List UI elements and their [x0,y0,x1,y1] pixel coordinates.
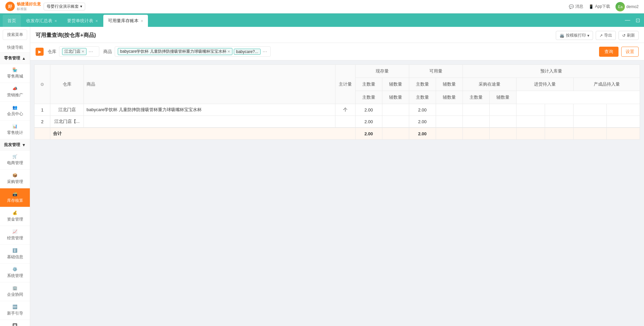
col-header-planned-group: 预计入库量 [463,65,640,78]
row-available-main: 2.00 [409,116,436,128]
sidebar-item-retail-mall[interactable]: 🏪 零售商城 [0,64,30,83]
col-header-available-main: 主数量 [409,78,436,91]
expand-icon: ▶ [38,49,41,54]
goods-filter-tag-1: babycare学饮杯 儿童防摔防撞吸管杯重力球吸嘴杯宝宝水杯 ✕ [118,48,232,55]
sidebar-item-purchase[interactable]: 📦 采购管理 [0,170,30,188]
sidebar-item-system-label: 系统管理 [7,273,23,279]
goods-filter-input[interactable]: babycare学饮杯 儿童防摔防撞吸管杯重力球吸嘴杯宝宝水杯 ✕ babyca… [115,46,271,57]
sidebar-item-finance-label: 资金管理 [7,217,23,222]
message-button[interactable]: 💬 消息 [569,4,583,9]
row-warehouse: 江北门店【... [50,116,84,128]
goods-tag-value-1: babycare学饮杯 儿童防摔防撞吸管杯重力球吸嘴杯宝宝水杯 [120,49,226,54]
tab-orders[interactable]: 要货单统计表 ✕ [62,15,103,27]
sidebar-item-finance[interactable]: 💰 资金管理 [0,207,30,226]
nav-right-buttons: — ⊡ [624,13,641,27]
refresh-button[interactable]: ↺ 刷新 [619,31,639,40]
logo-sub: 标准版 [17,7,41,11]
app-center-icon: 🔲 [12,323,17,326]
footer-available-main: 2.00 [409,128,436,140]
basic-info-icon: ℹ️ [12,248,17,253]
tab-home-label: 首页 [7,18,16,24]
row-import-main [516,104,545,116]
tab-receipts-close[interactable]: ✕ [54,19,57,23]
col-header-import-main: 主数量 [409,91,436,104]
sidebar-item-system-mgmt[interactable]: ⚙️ 系统管理 [0,264,30,282]
tab-orders-close[interactable]: ✕ [95,19,98,23]
col-header-purchase-in-transit: 采购在途量 [463,78,516,91]
ecommerce-icon: 🛒 [12,154,17,159]
col-header-settings[interactable]: ⚙ [35,65,50,104]
warehouse-tag-remove[interactable]: ✕ [82,50,84,53]
app-download-button[interactable]: 📱 App下载 [589,4,610,9]
tab-home[interactable]: 首页 [3,15,21,27]
top-bar-left: 好 畅捷通好生意 标准版 母婴行业演示账套 ▾ [5,2,85,11]
print-icon: 🖨️ [559,33,565,38]
row-unit [335,116,355,128]
warehouse-more-button[interactable]: ··· [88,49,94,55]
sidebar-item-member[interactable]: 👥 会员中心 [0,102,30,121]
query-button[interactable]: 查询 [599,47,619,57]
col-header-import-pending: 进货待入量 [516,78,574,91]
sidebar-item-new-guide[interactable]: 🆕 新手引导 [0,301,30,320]
sidebar-item-retail-stats[interactable]: 📊 零售统计 [0,121,30,139]
row-product-aux [607,116,640,128]
export-icon: ↗ [599,33,603,38]
warehouse-filter-label: 仓库 [48,49,56,55]
warehouse-tag-value: 江北门店 [64,49,80,54]
export-button[interactable]: ↗ 导出 [596,31,616,40]
sidebar-item-enterprise[interactable]: 🏢 企业协同 [0,282,30,301]
chevron-down-icon: ▼ [22,143,26,147]
search-menu-button[interactable]: 搜索菜单 [3,30,27,40]
row-goods: babycare学饮杯 儿童防摔防撞吸管杯重力球吸嘴杯宝宝水杯 [84,104,335,116]
sidebar-item-ecommerce[interactable]: 🛒 电商管理 [0,151,30,170]
col-header-available-aux: 辅数量 [436,78,463,91]
footer-import-aux [545,128,573,140]
nav-minimize-button[interactable]: — [624,17,632,23]
table-settings-gear[interactable]: ⚙ [37,79,47,89]
sidebar-item-basic-info[interactable]: ℹ️ 基础信息 [0,245,30,264]
sidebar-quick-nav[interactable]: 快捷导航 [0,43,30,53]
goods-tag-1-remove[interactable]: ✕ [227,50,230,53]
sidebar-item-wholesale-mgmt[interactable]: 批发管理 ▼ [0,139,30,151]
refresh-icon: ↺ [622,33,626,38]
industry-selector[interactable]: 母婴行业演示账套 ▾ [44,3,85,10]
settings-button[interactable]: 设置 [621,47,639,57]
sidebar-item-new-guide-label: 新手引导 [7,311,23,316]
row-unit: 个 [335,104,355,116]
print-template-button[interactable]: 🖨️ 按模板打印 ▾ [556,31,593,40]
refresh-label: 刷新 [627,33,635,38]
tab-receipts[interactable]: 收发存汇总表 ✕ [21,15,62,27]
search-menu-label: 搜索菜单 [7,32,23,37]
goods-more-button[interactable]: ··· [262,49,268,55]
row-index: 2 [35,116,50,128]
row-purchase-main [463,116,489,128]
row-available-main: 2.00 [409,104,436,116]
tab-inventory-close[interactable]: ✕ [141,19,143,23]
nav-maximize-button[interactable]: ⊡ [634,17,641,24]
footer-product-aux [607,128,640,140]
filter-bar: ▶ 仓库 江北门店 ✕ ··· 商品 babycare学饮杯 儿童防摔防撞吸管杯… [30,43,644,60]
goods-filter-label: 商品 [103,49,112,55]
row-import-aux [545,116,573,128]
logo-area: 好 畅捷通好生意 标准版 [5,2,41,11]
goods-filter-tag-2: babycare?... [234,49,261,55]
sidebar-item-marketing[interactable]: 📣 营销推广 [0,83,30,102]
page-title: 可用量查询(按仓库+商品) [36,32,96,39]
export-label: 导出 [604,33,612,38]
sidebar-item-operations[interactable]: 📈 经营管理 [0,226,30,245]
footer-import-main [516,128,545,140]
sidebar-item-app-center[interactable]: 🔲 应用中心 [0,320,30,326]
row-purchase-aux [489,116,516,128]
filter-expand-button[interactable]: ▶ [36,48,44,56]
sidebar-item-retail-mall-label: 零售商城 [7,74,23,79]
purchase-icon: 📦 [12,173,17,178]
warehouse-filter-input[interactable]: 江北门店 ✕ ··· [59,46,99,57]
sidebar-item-inventory-check[interactable]: 🗃️ 库存核算 [0,188,30,207]
footer-stock-aux [382,128,409,140]
col-header-product-main: 主数量 [463,91,489,104]
warehouse-filter-group: 仓库 江北门店 ✕ ··· [48,46,99,57]
user-menu-button[interactable]: Ea demo2 [615,2,639,11]
sidebar-item-retail-mgmt[interactable]: 零售管理 ▲ [0,53,30,64]
tab-inventory[interactable]: 可用量库存账本 ✕ [103,15,148,27]
marketing-icon: 📣 [12,86,17,91]
